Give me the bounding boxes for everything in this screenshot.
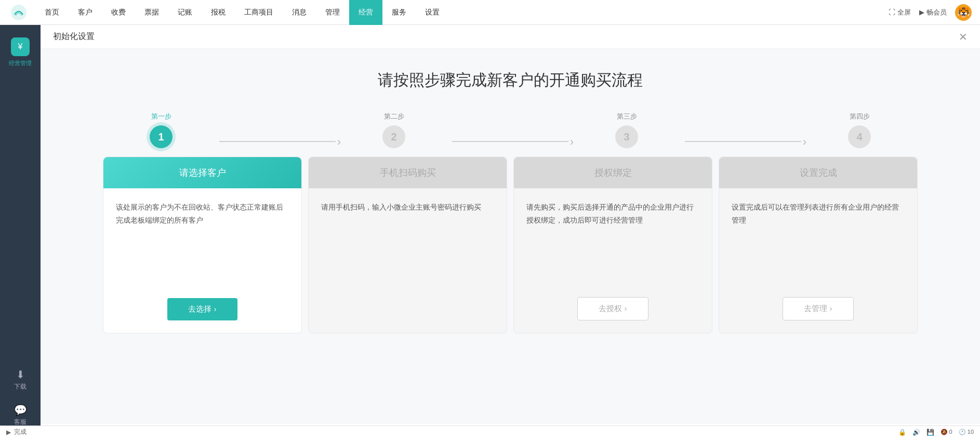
nav-business[interactable]: 工商项目 [235, 0, 283, 25]
step-3-action-btn[interactable]: 去授权 › [577, 297, 648, 320]
card-1-header: 请选择客户 [103, 157, 301, 188]
top-nav: 首页 客户 收费 票据 记账 报税 工商项目 消息 管理 经营 服务 设置 ⛶ … [0, 0, 980, 25]
nav-right: ⛶ 全屏 ▶ 畅会员 🐯 [889, 4, 972, 21]
step-3-header: 第三步 3 [568, 112, 685, 148]
step-2-header: 第二步 2 [336, 112, 452, 148]
nav-settings[interactable]: 设置 [416, 0, 449, 25]
card-3-header: 授权绑定 [514, 157, 712, 188]
content-area: 请按照步骤完成新客户的开通购买流程 第一步 1 › 第二步 2 [41, 49, 980, 424]
step-card-1: 请选择客户 该处展示的客户为不在回收站、客户状态正常建账后完成老板端绑定的所有客… [103, 157, 302, 333]
card-3-footer: 去授权 › [514, 289, 712, 333]
step-1-circle: 1 [150, 125, 173, 148]
card-4-footer: 去管理 › [719, 289, 917, 333]
nav-service[interactable]: 服务 [382, 0, 416, 25]
nav-manage[interactable]: 管理 [316, 0, 349, 25]
volume-icon: 🔊 [912, 429, 920, 436]
status-bar-right: 🔒 🔊 💾 🔕 0 🕐 10 [898, 429, 974, 436]
step-2-label: 第二步 [384, 112, 404, 121]
shield-icon: 🔒 [898, 429, 906, 436]
step-4-action-btn[interactable]: 去管理 › [783, 297, 853, 320]
fullscreen-icon: ⛶ [889, 8, 895, 16]
avatar[interactable]: 🐯 [955, 4, 972, 21]
nav-customer[interactable]: 客户 [69, 0, 102, 25]
status-text: 完成 [14, 428, 27, 436]
step-3-circle: 3 [615, 125, 638, 148]
card-2-body: 请用手机扫码，输入小微企业主账号密码进行购买 [309, 188, 507, 312]
clock-icon: 🕐 10 [959, 429, 974, 435]
step-3-label: 第三步 [617, 112, 637, 121]
nav-message[interactable]: 消息 [283, 0, 316, 25]
main-content: 初始化设置 ✕ 请按照步骤完成新客户的开通购买流程 第一步 1 › 第二步 [41, 25, 980, 426]
step-4-header: 第四步 4 [801, 112, 918, 148]
nav-items: 首页 客户 收费 票据 记账 报税 工商项目 消息 管理 经营 服务 设置 [35, 0, 889, 25]
nav-tax[interactable]: 报税 [202, 0, 235, 25]
svg-point-0 [11, 5, 27, 20]
nav-billing[interactable]: 收费 [102, 0, 135, 25]
step-card-3: 授权绑定 请先购买，购买后选择开通的产品中的企业用户进行授权绑定，成功后即可进行… [513, 157, 712, 333]
connector-1-2: › [219, 141, 336, 142]
step-card-2: 手机扫码购买 请用手机扫码，输入小微企业主账号密码进行购买 [308, 157, 507, 333]
card-2-header: 手机扫码购买 [309, 157, 507, 188]
card-2-footer [309, 312, 507, 333]
page-title: 初始化设置 [53, 31, 95, 42]
page-header: 初始化设置 ✕ [41, 25, 980, 49]
operation-icon: ¥ [11, 37, 30, 56]
nav-invoice[interactable]: 票据 [135, 0, 168, 25]
fullscreen-btn[interactable]: ⛶ 全屏 [889, 8, 911, 17]
main-heading: 请按照步骤完成新客户的开通购买流程 [72, 70, 949, 91]
step-4-circle: 4 [848, 125, 871, 148]
status-bar: ▶ 完成 🔒 🔊 💾 🔕 0 🕐 10 [0, 426, 980, 438]
connector-3-4: › [685, 141, 801, 142]
step-card-4: 设置完成 设置完成后可以在管理列表进行所有企业用户的经营管理 去管理 › [719, 157, 918, 333]
step-1-label: 第一步 [151, 112, 171, 121]
play-icon: ▶ [6, 429, 11, 436]
sidebar: ¥ 经营管理 ⬇ 下载 💬 客服 [0, 25, 41, 438]
card-1-footer: 去选择 › [103, 290, 301, 333]
cards-row: 请选择客户 该处展示的客户为不在回收站、客户状态正常建账后完成老板端绑定的所有客… [72, 157, 949, 333]
card-3-body: 请先购买，购买后选择开通的产品中的企业用户进行授权绑定，成功后即可进行经营管理 [514, 188, 712, 289]
download-icon: ⬇ [16, 368, 25, 381]
step-1-header: 第一步 1 [103, 112, 219, 148]
nav-accounting[interactable]: 记账 [168, 0, 202, 25]
step-4-label: 第四步 [850, 112, 870, 121]
support-icon: 💬 [14, 404, 27, 416]
card-4-body: 设置完成后可以在管理列表进行所有企业用户的经营管理 [719, 188, 917, 289]
nav-operation[interactable]: 经营 [349, 0, 382, 25]
connector-2-3: › [452, 141, 568, 142]
sidebar-download[interactable]: ⬇ 下载 [0, 363, 41, 396]
nav-home[interactable]: 首页 [35, 0, 69, 25]
close-button[interactable]: ✕ [959, 32, 968, 42]
bell-icon: 🔕 0 [941, 429, 952, 435]
sidebar-item-operation[interactable]: ¥ 经营管理 [0, 31, 41, 73]
nav-logo [8, 2, 29, 23]
step-1-action-btn[interactable]: 去选择 › [167, 298, 237, 320]
vip-btn[interactable]: ▶ 畅会员 [919, 8, 947, 17]
card-4-header: 设置完成 [719, 157, 917, 188]
play-icon: ▶ [919, 8, 924, 16]
card-1-body: 该处展示的客户为不在回收站、客户状态正常建账后完成老板端绑定的所有客户 [103, 188, 301, 290]
step-2-circle: 2 [382, 125, 405, 148]
save-icon: 💾 [926, 429, 934, 436]
